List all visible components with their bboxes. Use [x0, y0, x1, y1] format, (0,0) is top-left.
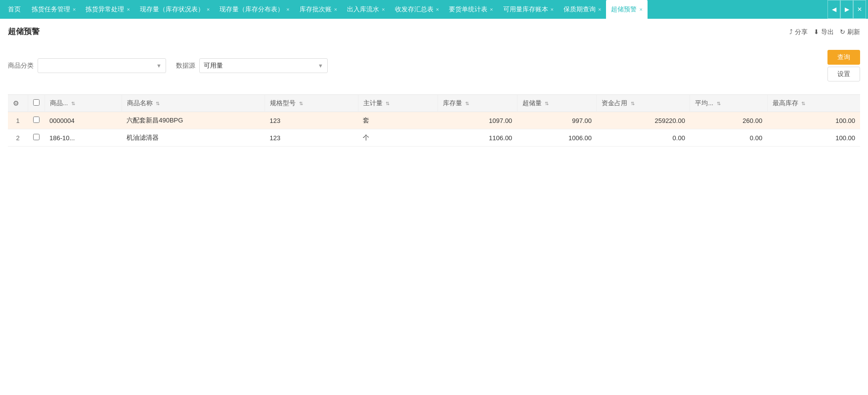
- filter-row: 商品分类 ▼ 数据源 可用量 ▼ 查询 设置: [8, 45, 860, 86]
- row-max-stock-1: 100.00: [767, 129, 860, 147]
- row-product-code-0: 0000004: [44, 112, 122, 129]
- row-index-0: 1: [8, 112, 28, 129]
- sort-spec-icon: ⇅: [299, 101, 303, 106]
- category-select[interactable]: ▼: [38, 58, 166, 73]
- th-spec[interactable]: 规格型号 ⇅: [264, 95, 358, 112]
- sort-over-stock-icon: ⇅: [545, 101, 549, 106]
- row-product-code-1: 186-10...: [44, 129, 122, 147]
- close-tab-9-icon[interactable]: ×: [551, 6, 554, 12]
- export-icon: ⬇: [814, 28, 819, 36]
- refresh-icon: ↻: [840, 28, 845, 36]
- row-checkbox-0[interactable]: [28, 112, 44, 129]
- page-title-row: 超储预警 ⤴ 分享 ⬇ 导出 ↻ 刷新: [8, 27, 860, 37]
- sort-max-stock-icon: ⇅: [801, 101, 805, 106]
- close-tab-4-icon[interactable]: ×: [286, 6, 289, 12]
- nav-close-btn[interactable]: ✕: [853, 0, 866, 19]
- nav-tab-9[interactable]: 可用量库存账本 ×: [498, 0, 559, 19]
- close-tab-1-icon[interactable]: ×: [73, 6, 76, 12]
- category-chevron-icon: ▼: [156, 63, 162, 69]
- sort-unit-icon: ⇅: [386, 101, 390, 106]
- nav-tab-10[interactable]: 保质期查询 ×: [559, 0, 606, 19]
- close-tab-5-icon[interactable]: ×: [334, 6, 337, 12]
- sort-stock-icon: ⇅: [465, 101, 469, 106]
- sort-product-code-icon: ⇅: [71, 101, 75, 106]
- row-over-stock-1: 1006.00: [517, 129, 597, 147]
- table-row: 2 186-10... 机油滤清器 123 个 1106.00 1006.00 …: [8, 129, 860, 147]
- datasource-select[interactable]: 可用量 ▼: [199, 58, 328, 73]
- nav-arrows: ◀ ▶ ✕: [827, 0, 866, 19]
- row-stock-1: 1106.00: [437, 129, 517, 147]
- close-tab-7-icon[interactable]: ×: [436, 6, 439, 12]
- th-max-stock[interactable]: 最高库存 ⇅: [767, 95, 860, 112]
- sort-capital-icon: ⇅: [631, 101, 635, 106]
- nav-arrow-right[interactable]: ▶: [840, 0, 853, 19]
- nav-tab-6[interactable]: 出入库流水 ×: [342, 0, 390, 19]
- gear-icon[interactable]: ⚙: [13, 99, 19, 107]
- top-nav-bar: 首页 拣货任务管理 × 拣货异常处理 × 现存量（库存状况表） × 现存量（库存…: [0, 0, 868, 19]
- sort-avg-icon: ⇅: [717, 101, 721, 106]
- th-stock[interactable]: 库存量 ⇅: [437, 95, 517, 112]
- settings-button[interactable]: 设置: [827, 67, 860, 81]
- row-product-name-1: 机油滤清器: [122, 129, 264, 147]
- row-spec-1: 123: [264, 129, 358, 147]
- th-avg[interactable]: 平均... ⇅: [690, 95, 767, 112]
- th-product-name[interactable]: 商品名称 ⇅: [122, 95, 264, 112]
- datasource-chevron-icon: ▼: [318, 63, 323, 69]
- nav-tab-7[interactable]: 收发存汇总表 ×: [390, 0, 444, 19]
- table-row: 1 0000004 六配套新昌490BPG 123 套 1097.00 997.…: [8, 112, 860, 129]
- datasource-value: 可用量: [204, 61, 223, 70]
- row-avg-0: 260.00: [690, 112, 767, 129]
- row-spec-0: 123: [264, 112, 358, 129]
- share-icon: ⤴: [789, 28, 793, 36]
- th-capital[interactable]: 资金占用 ⇅: [597, 95, 690, 112]
- nav-tab-3[interactable]: 现存量（库存状况表） ×: [135, 0, 215, 19]
- th-unit[interactable]: 主计量 ⇅: [358, 95, 437, 112]
- th-settings[interactable]: ⚙: [8, 95, 28, 112]
- nav-tab-11[interactable]: 超储预警 ×: [606, 0, 647, 19]
- row-over-stock-0: 997.00: [517, 112, 597, 129]
- row-capital-1: 0.00: [597, 129, 690, 147]
- page-title: 超储预警: [8, 27, 40, 37]
- nav-arrow-left[interactable]: ◀: [827, 0, 840, 19]
- th-checkbox[interactable]: [28, 95, 44, 112]
- datasource-label: 数据源: [176, 61, 195, 70]
- close-tab-6-icon[interactable]: ×: [382, 6, 385, 12]
- close-tab-8-icon[interactable]: ×: [490, 6, 493, 12]
- nav-tab-5[interactable]: 库存批次账 ×: [295, 0, 342, 19]
- th-over-stock[interactable]: 超储量 ⇅: [517, 95, 597, 112]
- category-filter-group: 商品分类 ▼: [8, 58, 166, 73]
- select-all-checkbox[interactable]: [33, 99, 40, 106]
- table-header-row: ⚙ 商品... ⇅ 商品名称 ⇅ 规格型号 ⇅ 主计量: [8, 95, 860, 112]
- th-product-code[interactable]: 商品... ⇅: [44, 95, 122, 112]
- refresh-button[interactable]: ↻ 刷新: [840, 28, 860, 37]
- row-capital-0: 259220.00: [597, 112, 690, 129]
- page-actions: ⤴ 分享 ⬇ 导出 ↻ 刷新: [789, 28, 860, 37]
- row-max-stock-0: 100.00: [767, 112, 860, 129]
- category-label: 商品分类: [8, 61, 34, 70]
- close-tab-10-icon[interactable]: ×: [598, 6, 601, 12]
- nav-tab-2[interactable]: 拣货异常处理 ×: [81, 0, 134, 19]
- nav-tab-4[interactable]: 现存量（库存分布表） ×: [215, 0, 294, 19]
- row-product-name-0: 六配套新昌490BPG: [122, 112, 264, 129]
- row-stock-0: 1097.00: [437, 112, 517, 129]
- row-unit-1: 个: [358, 129, 437, 147]
- nav-home[interactable]: 首页: [2, 0, 27, 19]
- close-tab-2-icon[interactable]: ×: [127, 6, 130, 12]
- nav-tab-8[interactable]: 要货单统计表 ×: [444, 0, 498, 19]
- row-checkbox-1[interactable]: [28, 129, 44, 147]
- filter-buttons: 查询 设置: [827, 50, 860, 81]
- sort-product-name-icon: ⇅: [156, 101, 160, 106]
- row-unit-0: 套: [358, 112, 437, 129]
- share-button[interactable]: ⤴ 分享: [789, 28, 808, 37]
- row-index-1: 2: [8, 129, 28, 147]
- page-container: 超储预警 ⤴ 分享 ⬇ 导出 ↻ 刷新 商品分类 ▼ 数据源: [0, 19, 868, 155]
- nav-tab-1[interactable]: 拣货任务管理 ×: [27, 0, 81, 19]
- close-tab-11-icon[interactable]: ×: [639, 6, 642, 12]
- query-button[interactable]: 查询: [827, 50, 860, 65]
- export-button[interactable]: ⬇ 导出: [814, 28, 834, 37]
- datasource-filter-group: 数据源 可用量 ▼: [176, 58, 328, 73]
- close-tab-3-icon[interactable]: ×: [207, 6, 210, 12]
- row-avg-1: 0.00: [690, 129, 767, 147]
- data-table: ⚙ 商品... ⇅ 商品名称 ⇅ 规格型号 ⇅ 主计量: [8, 94, 860, 147]
